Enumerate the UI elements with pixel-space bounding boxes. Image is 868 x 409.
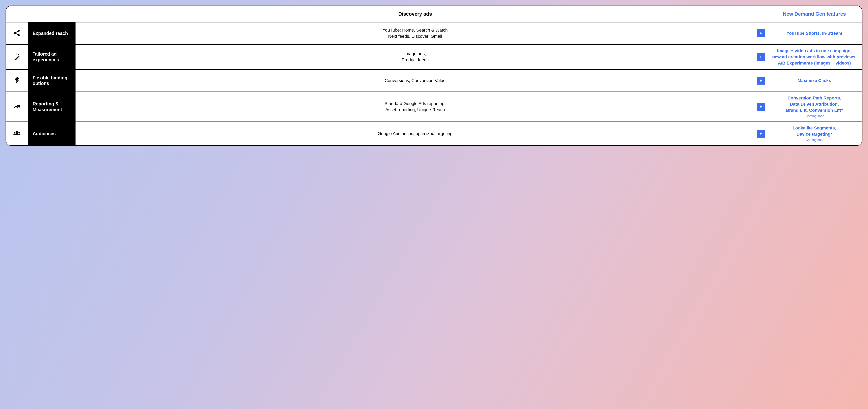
row-new-value: Lookalike Segments, Device targeting* *C…	[767, 122, 862, 145]
plus-icon: +	[757, 103, 765, 111]
comparison-table: Discovery ads New Demand Gen features Ex…	[6, 6, 862, 146]
row-discovery-value: YouTube: Home, Search & Watch Next feeds…	[75, 23, 755, 44]
table-row: Flexible bidding options Conversions, Co…	[6, 70, 862, 92]
header-new-features: New Demand Gen features	[767, 6, 862, 22]
row-new-text: Maximize Clicks	[798, 78, 831, 84]
row-plus-cell: +	[755, 70, 767, 92]
header-spacer	[6, 6, 75, 22]
trend-icon	[13, 103, 21, 111]
row-label: Reporting & Measurement	[28, 92, 75, 122]
row-label: Tailored ad experiences	[28, 45, 75, 69]
table-row: Reporting & Measurement Standard Google …	[6, 92, 862, 122]
plus-icon: +	[757, 77, 765, 84]
table-row: Tailored ad experiences Image ads, Produ…	[6, 45, 862, 70]
gavel-icon	[13, 76, 21, 85]
row-new-text: Conversion Path Reports, Data Driven Att…	[786, 95, 843, 113]
table-header: Discovery ads New Demand Gen features	[6, 6, 862, 23]
row-icon-cell	[6, 45, 28, 69]
row-new-text: Lookalike Segments, Device targeting*	[793, 125, 836, 137]
row-discovery-value: Conversions, Conversion Value	[75, 70, 755, 92]
share-icon	[13, 29, 21, 37]
svg-point-7	[14, 132, 15, 133]
wand-icon	[13, 53, 21, 61]
row-note: *Coming soon	[804, 138, 825, 142]
header-plus-spacer	[755, 6, 767, 22]
row-icon-cell	[6, 70, 28, 92]
plus-icon: +	[757, 53, 765, 61]
svg-point-8	[18, 132, 20, 133]
row-plus-cell: +	[755, 45, 767, 69]
row-new-value: Image + video ads in one campaign, new a…	[767, 45, 862, 69]
svg-point-6	[16, 131, 18, 133]
svg-point-1	[14, 32, 16, 34]
row-new-value: YouTube Shorts, In-Stream	[767, 23, 862, 44]
svg-rect-3	[14, 56, 19, 60]
row-plus-cell: +	[755, 92, 767, 122]
row-icon-cell	[6, 23, 28, 44]
row-label: Expanded reach	[28, 23, 75, 44]
row-plus-cell: +	[755, 23, 767, 44]
plus-icon: +	[757, 29, 765, 37]
row-icon-cell	[6, 92, 28, 122]
row-note: *Coming soon	[804, 114, 825, 118]
people-icon	[13, 130, 21, 138]
row-discovery-value: Standard Google Ads reporting, Asset rep…	[75, 92, 755, 122]
row-plus-cell: +	[755, 122, 767, 145]
row-new-text: YouTube Shorts, In-Stream	[786, 30, 842, 37]
table-row: Expanded reach YouTube: Home, Search & W…	[6, 23, 862, 45]
row-discovery-value: Google Audiences, optimized targeting	[75, 122, 755, 145]
row-new-value: Maximize Clicks	[767, 70, 862, 92]
row-icon-cell	[6, 122, 28, 145]
row-label: Flexible bidding options	[28, 70, 75, 92]
row-label: Audiences	[28, 122, 75, 145]
header-discovery: Discovery ads	[75, 6, 755, 22]
row-new-text: Image + video ads in one campaign, new a…	[772, 48, 857, 66]
svg-point-0	[18, 30, 20, 32]
svg-point-2	[18, 34, 20, 36]
row-new-value: Conversion Path Reports, Data Driven Att…	[767, 92, 862, 122]
row-discovery-value: Image ads, Product feeds	[75, 45, 755, 69]
table-row: Audiences Google Audiences, optimized ta…	[6, 122, 862, 145]
plus-icon: +	[757, 130, 765, 138]
